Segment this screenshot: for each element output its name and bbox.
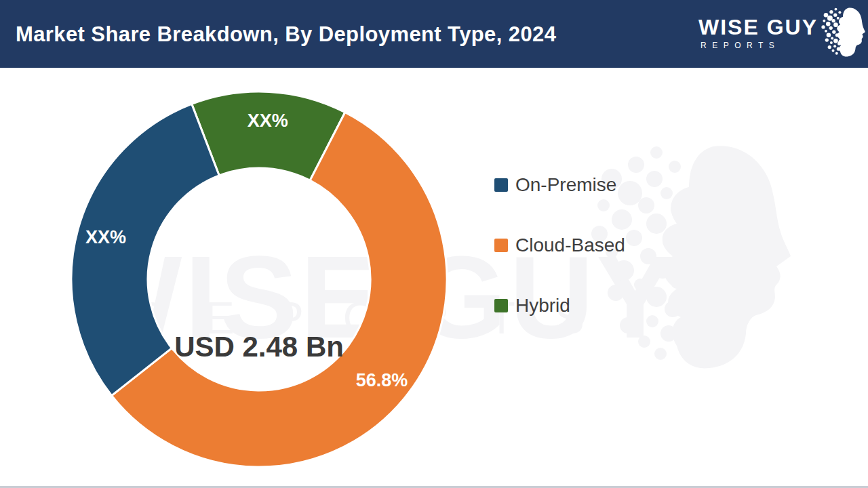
slice-label-hybrid: XX% (248, 110, 288, 131)
chart-legend: On-PremiseCloud-BasedHybrid (494, 175, 625, 316)
legend-swatch-icon (494, 178, 508, 192)
slice-label-on-premise: XX% (85, 227, 126, 247)
slice-label-cloud-based: 56.8% (356, 370, 408, 390)
legend-swatch-icon (494, 239, 508, 252)
logo-reports-text: REPORTS (698, 41, 780, 50)
legend-label: Hybrid (515, 296, 570, 316)
legend-item-hybrid: Hybrid (494, 296, 625, 316)
legend-item-cloud-based: Cloud-Based (494, 235, 625, 256)
page-title: Market Share Breakdown, By Deployment Ty… (16, 22, 556, 47)
header-bar: Market Share Breakdown, By Deployment Ty… (0, 0, 868, 68)
legend-label: Cloud-Based (515, 235, 625, 256)
legend-label: On-Premise (515, 175, 616, 195)
report-slide: WISE GUY REPORTS Market Share Breakdown,… (0, 0, 868, 488)
logo-head-icon (821, 6, 865, 60)
donut-center-value: USD 2.48 Bn (174, 331, 344, 363)
donut-chart: XX%56.8%XX% (0, 68, 522, 488)
logo-wordmark: WISE GUY (698, 16, 818, 39)
legend-item-on-premise: On-Premise (494, 175, 625, 195)
legend-swatch-icon (494, 299, 508, 312)
wise-guy-reports-logo: WISE GUY REPORTS (698, 6, 865, 60)
